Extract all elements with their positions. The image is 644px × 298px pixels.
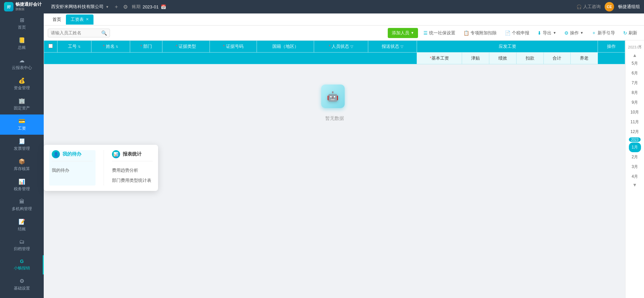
month-item-4[interactable]: 4月	[626, 172, 644, 181]
department-header: * 部门	[130, 41, 162, 53]
sidebar-item-invoice[interactable]: 🧾 发票管理	[0, 135, 44, 155]
should-pay-wages-header: 应发工资	[417, 41, 598, 53]
popup-item-my-todo[interactable]: 我的待办	[52, 165, 93, 175]
search-input[interactable]	[51, 30, 101, 35]
sidebar-label-inventory: 库存核算	[14, 166, 30, 172]
tab-close-button[interactable]: ✕	[86, 17, 89, 22]
sidebar-item-home[interactable]: ⊞ 首页	[0, 13, 44, 34]
operations-icon: ⚙	[564, 30, 569, 36]
new-guide-action[interactable]: ＋ 新手引导	[589, 29, 618, 37]
month-item-8[interactable]: 8月	[626, 88, 644, 98]
tab-salary-table[interactable]: 工资表 ✕	[66, 14, 93, 25]
month-panel: 2023.01 ✕ ▲ 5月 6月 7月 8月 9月 10月 11月 12月 2…	[625, 40, 644, 298]
sidebar-item-general-ledger[interactable]: 📒 总账	[0, 34, 44, 54]
social-security-label: 统一社保设置	[429, 30, 455, 36]
empty-icon: 🤖	[321, 85, 348, 111]
report-status-filter[interactable]: ▽	[401, 44, 403, 48]
user-initials: CE	[607, 5, 612, 9]
empty-state-row: 🤖 暂无数据	[44, 64, 625, 142]
month-item-6[interactable]: 6月	[626, 68, 644, 78]
new-guide-label: 新手引导	[598, 30, 615, 36]
company-selector[interactable]: 西安虾米网络科技有限公司 ▼	[48, 4, 112, 10]
company-name: 西安虾米网络科技有限公司	[51, 4, 104, 10]
operations-dropdown-arrow: ▼	[580, 31, 583, 35]
employee-no-header: 工号 ⇅	[58, 41, 91, 53]
search-button[interactable]: 🔍	[101, 30, 107, 36]
add-person-button[interactable]: 添加人员 ▼	[388, 28, 418, 38]
fund-icon: 💰	[18, 77, 25, 84]
month-item-12[interactable]: 12月	[626, 127, 644, 137]
sidebar-item-fund[interactable]: 💰 资金管理	[0, 74, 44, 94]
stats-col-title-label: 报表统计	[123, 151, 142, 157]
month-item-10[interactable]: 10月	[626, 107, 644, 117]
report-status-header: 报送状态 ▽	[368, 41, 417, 53]
month-item-5[interactable]: 5月	[626, 59, 644, 68]
export-icon: ⬇	[537, 30, 541, 36]
tax-filing-action[interactable]: 📄 个税申报	[502, 29, 532, 37]
popup-item-dept-expense-type[interactable]: 部门费用类型统计表	[112, 175, 153, 186]
name-sort[interactable]: ⇅	[116, 45, 118, 48]
empty-icon-inner: 🤖	[321, 85, 345, 108]
month-panel-close[interactable]: ✕	[638, 43, 643, 49]
sidebar-item-basic-settings[interactable]: ⚙ 基础设置	[0, 274, 44, 295]
logo-area: 好 畅捷通好会计 旗舰版	[4, 2, 48, 11]
tab-home[interactable]: 首页	[48, 14, 66, 25]
month-item-1[interactable]: 1月	[629, 142, 641, 152]
sidebar-item-archive[interactable]: 🗂 归档管理	[0, 235, 44, 255]
operations-action[interactable]: ⚙ 操作 ▼	[562, 29, 586, 37]
stats-col-icon: 📊	[112, 150, 120, 158]
month-item-2[interactable]: 2月	[626, 152, 644, 162]
export-action[interactable]: ⬇ 导出 ▼	[535, 29, 559, 37]
sidebar-item-new-guide[interactable]: ▶ 新手引导	[0, 295, 44, 298]
sidebar-item-xiaochang[interactable]: G 小畅报销	[0, 255, 44, 274]
month-item-11[interactable]: 11月	[626, 117, 644, 127]
settings-button[interactable]: ⚙	[122, 2, 129, 11]
sidebar-label-tax: 税务管理	[14, 186, 30, 192]
sidebar-item-tax[interactable]: 📊 税务管理	[0, 175, 44, 195]
calendar-icon[interactable]: 📅	[161, 4, 166, 9]
social-security-action[interactable]: ☰ 统一社保设置	[421, 29, 458, 37]
month-item-9[interactable]: 9月	[626, 98, 644, 107]
month-down-button[interactable]: ▼	[633, 181, 637, 188]
sidebar-item-multi-org[interactable]: 🏛 多机构管理	[0, 195, 44, 215]
accounting-icon: 📝	[18, 219, 25, 225]
empty-icon-face: 🤖	[327, 91, 339, 102]
archive-icon: 🗂	[19, 239, 25, 245]
xiaochang-icon: G	[20, 259, 24, 264]
org-icon: 🏛	[19, 199, 25, 205]
popup-col-my-todo: 👤 我的待办 我的待办	[49, 150, 96, 186]
person-status-filter[interactable]: ▽	[350, 44, 353, 48]
sidebar-item-cloud-report[interactable]: ☁ 云报表中心	[0, 54, 44, 74]
month-item-3[interactable]: 3月	[626, 162, 644, 172]
ledger-icon: 📒	[18, 37, 25, 43]
popup-col-report-stats-title: 📊 报表统计	[112, 150, 153, 161]
month-up-button[interactable]: ▲	[633, 52, 637, 59]
home-icon: ⊞	[20, 17, 24, 23]
special-deduct-action[interactable]: 📋 专项附加扣除	[461, 29, 499, 37]
logo-text-area: 畅捷通好会计 旗舰版	[15, 2, 42, 11]
person-status-header: * 人员状态 ▽	[314, 41, 368, 53]
select-all-checkbox[interactable]	[48, 44, 53, 48]
search-area[interactable]: 🔍	[48, 29, 110, 37]
sidebar-item-salary[interactable]: 💳 工资	[0, 114, 44, 135]
add-button[interactable]: ＋	[112, 2, 120, 12]
support-link[interactable]: 🎧 人工咨询	[576, 4, 601, 10]
period-label: 账期	[132, 4, 141, 10]
sidebar-item-inventory[interactable]: 📦 库存核算	[0, 155, 44, 175]
empty-text: 暂无数据	[325, 115, 344, 122]
employee-no-sort[interactable]: ⇅	[78, 45, 81, 48]
refresh-action[interactable]: ↻ 刷新	[620, 29, 640, 37]
period-value: 2023-01	[143, 4, 159, 9]
deduct-header: 扣款	[516, 53, 543, 64]
tab-home-label: 首页	[52, 16, 61, 23]
export-dropdown-arrow: ▼	[553, 31, 556, 35]
sub-header-actions	[598, 53, 625, 64]
sidebar-item-fixed-assets[interactable]: 🏢 固定资产	[0, 94, 44, 114]
sidebar-label-multi-org: 多机构管理	[12, 206, 32, 212]
month-item-7[interactable]: 7月	[626, 78, 644, 88]
checkbox-header[interactable]	[44, 41, 58, 53]
popup-item-expense-trend[interactable]: 费用趋势分析	[112, 165, 153, 175]
support-label: 人工咨询	[583, 4, 601, 10]
add-person-dropdown-arrow: ▼	[411, 31, 414, 35]
sidebar-item-accounting[interactable]: 📝 结账	[0, 215, 44, 235]
